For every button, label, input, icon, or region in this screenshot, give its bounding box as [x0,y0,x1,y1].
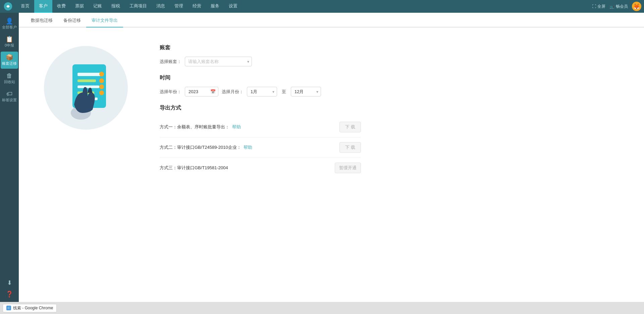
taskbar: C 线索 - Google Chrome [0,302,644,314]
help-sidebar-icon[interactable]: ❓ [6,291,13,298]
nav-tax[interactable]: 报税 [107,0,125,13]
month-start-wrapper: 1月 2月 3月 4月 5月 6月 7月 8月 9月 10月 11月 12月 [247,87,277,97]
logo[interactable] [3,1,13,12]
export-method-2-label: 方式二：审计接口GB/T24589-2010企业： 帮助 [160,144,252,150]
separator: 至 [280,89,287,95]
sidebar: 👤 全部客户 📋 0申报 📦 账套迁移 🗑 回收站 🏷 标签设置 ⬇ ❓ [0,13,19,302]
sidebar-item-tag-settings[interactable]: 🏷 标签设置 [1,88,18,105]
illustration-area [39,41,133,135]
sidebar-item-zero-report[interactable]: 📋 0申报 [1,34,18,50]
sidebar-item-all-customers[interactable]: 👤 全部客户 [1,15,18,32]
nav-manage[interactable]: 管理 [170,0,188,13]
illustration-svg [52,51,119,125]
nav-settings[interactable]: 设置 [224,0,242,13]
nav-bookkeeping[interactable]: 记账 [89,0,107,13]
svg-point-11 [99,90,104,95]
sidebar-item-recycle[interactable]: 🗑 回收站 [1,70,18,87]
top-nav-items: 首页 客户 收费 票据 记账 报税 工商项目 消息 管理 经营 服务 设置 [16,0,592,13]
account-select-wrapper: 请输入账套名称 ▾ [185,57,252,66]
tab-backup-migration[interactable]: 备份迁移 [58,14,86,27]
svg-point-10 [99,84,104,89]
year-input-wrapper: 📅 [185,87,218,97]
vip-icon: 📺 [609,4,614,9]
taskbar-chrome-item[interactable]: C 线索 - Google Chrome [3,304,57,312]
account-select-label: 选择账套： [160,59,181,65]
layout: 👤 全部客户 📋 0申报 📦 账套迁移 🗑 回收站 🏷 标签设置 ⬇ ❓ 数据包… [0,13,644,302]
export-method-1-download-button[interactable]: 下 载 [339,122,361,132]
tab-data-migration[interactable]: 数据包迁移 [25,14,58,27]
sidebar-label-recycle: 回收站 [4,80,15,84]
account-select[interactable] [185,57,252,66]
taskbar-item-label: 线索 - Google Chrome [13,305,53,311]
sidebar-label-migration: 账套迁移 [2,61,17,66]
year-input[interactable] [185,87,218,97]
month-label: 选择月份： [222,89,244,95]
export-method-2: 方式二：审计接口GB/T24589-2010企业： 帮助 下 载 [160,137,361,158]
month-end-wrapper: 1月 2月 3月 4月 5月 6月 7月 8月 9月 10月 11月 12月 [291,87,321,97]
nav-invoice[interactable]: 票据 [70,0,89,13]
export-method-2-download-button[interactable]: 下 载 [339,142,361,153]
sidebar-label-customers: 全部客户 [2,25,17,29]
account-section-title: 账套 [160,44,361,51]
fullscreen-label: 全屏 [597,4,605,9]
nav-business[interactable]: 工商项目 [125,0,152,13]
top-nav-right: ⛶ 全屏 📺 畅会员 🦊 [592,2,641,11]
illustration-circle [44,46,128,130]
export-method-3: 方式三：审计接口GB/T19581-2004 暂缓开通 [160,158,361,178]
svg-point-1 [7,5,9,8]
sidebar-item-account-migration[interactable]: 📦 账套迁移 [1,52,18,68]
svg-rect-3 [77,73,101,76]
export-method-1-label: 方式一：余额表、序时账批量导出： 帮助 [160,124,241,130]
chrome-icon: C [6,306,11,310]
nav-billing[interactable]: 收费 [52,0,70,13]
export-section: 导出方式 方式一：余额表、序时账批量导出： 帮助 下 载 方式二：审计接口GB/… [160,105,361,178]
migration-icon: 📦 [6,54,13,60]
svg-rect-4 [77,79,96,82]
tag-icon: 🏷 [6,91,12,97]
account-form-row: 选择账套： 请输入账套名称 ▾ [160,57,361,66]
tab-bar: 数据包迁移 备份迁移 审计文件导出 [19,13,644,27]
sidebar-bottom: ⬇ ❓ [6,279,13,298]
page-body: 账套 选择账套： 请输入账套名称 ▾ 时间 选择年份： [19,27,644,302]
export-method-3-label: 方式三：审计接口GB/T19581-2004 [160,165,228,171]
customers-icon: 👤 [6,18,13,24]
sidebar-label-tags: 标签设置 [2,98,17,102]
top-nav: 首页 客户 收费 票据 记账 报税 工商项目 消息 管理 经营 服务 设置 ⛶ … [0,0,644,13]
svg-rect-5 [77,85,99,88]
fullscreen-icon: ⛶ [592,4,596,9]
export-method-2-help[interactable]: 帮助 [244,145,252,150]
time-section-title: 时间 [160,74,361,81]
year-label: 选择年份： [160,89,181,95]
export-method-3-coming-soon-button: 暂缓开通 [335,163,361,173]
export-method-1: 方式一：余额表、序时账批量导出： 帮助 下 载 [160,117,361,137]
sidebar-label-zero-report: 0申报 [5,43,14,48]
nav-message[interactable]: 消息 [152,0,170,13]
download-sidebar-icon[interactable]: ⬇ [7,279,12,287]
form-area: 账套 选择账套： 请输入账套名称 ▾ 时间 选择年份： [160,41,361,178]
month-start-select[interactable]: 1月 2月 3月 4月 5月 6月 7月 8月 9月 10月 11月 12月 [247,87,277,97]
time-form-row: 选择年份： 📅 选择月份： 1月 2月 3月 4月 5月 6月 [160,87,361,97]
vip-button[interactable]: 📺 畅会员 [609,4,628,9]
nav-operation[interactable]: 经营 [188,0,206,13]
export-section-title: 导出方式 [160,105,361,112]
nav-home[interactable]: 首页 [16,0,34,13]
zero-report-icon: 📋 [6,36,13,42]
nav-service[interactable]: 服务 [206,0,224,13]
fullscreen-button[interactable]: ⛶ 全屏 [592,4,605,9]
vip-label: 畅会员 [616,4,628,9]
main-content: 数据包迁移 备份迁移 审计文件导出 [19,13,644,302]
tab-audit-export[interactable]: 审计文件导出 [86,14,123,27]
export-method-1-help[interactable]: 帮助 [232,124,241,129]
svg-point-9 [99,78,104,83]
avatar[interactable]: 🦊 [632,2,641,11]
nav-customer[interactable]: 客户 [34,0,52,13]
month-end-select[interactable]: 1月 2月 3月 4月 5月 6月 7月 8月 9月 10月 11月 12月 [291,87,321,97]
recycle-icon: 🗑 [6,73,12,79]
svg-point-8 [99,72,104,76]
